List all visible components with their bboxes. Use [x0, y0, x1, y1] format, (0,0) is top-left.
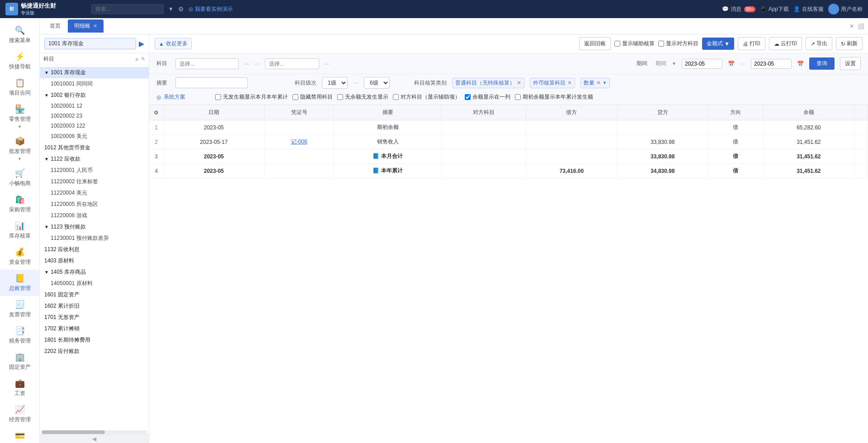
type-tag-1[interactable]: 普通科目（无特殊核算） ✕	[452, 78, 524, 88]
export-button[interactable]: ↗ 导出	[806, 37, 832, 50]
left-scrollbar[interactable]	[42, 430, 147, 434]
tree-item-10020006[interactable]: 10020006 美元	[40, 131, 149, 142]
type-tag-2-close[interactable]: ✕	[567, 80, 572, 86]
tab-home[interactable]: 首页	[43, 19, 67, 33]
cb-opposite-input[interactable]	[393, 94, 399, 100]
subject-more-icon[interactable]: ···	[244, 61, 249, 67]
cb-ytd[interactable]: 期初余额显示本年累计发生额	[515, 93, 593, 101]
type-tag-1-close[interactable]: ✕	[517, 80, 521, 86]
settings-icon[interactable]: ⚙	[178, 5, 184, 13]
summary-input[interactable]	[175, 77, 248, 88]
cb-hide-disabled-input[interactable]	[292, 94, 298, 100]
sidebar-item-invoice[interactable]: 🧾 发票管理	[0, 296, 39, 322]
app-download-button[interactable]: 📱 App下载	[760, 5, 789, 13]
tab-detail[interactable]: 明细账 ✕	[68, 19, 104, 33]
tree-item-1403[interactable]: 1403 原材料	[40, 255, 149, 267]
tree-item-11220004[interactable]: 11220004 美元	[40, 187, 149, 199]
tree-item-1132[interactable]: 1132 应收利息	[40, 244, 149, 255]
cb-no-balance-input[interactable]	[337, 94, 343, 100]
period-type-arrow[interactable]: ▼	[672, 61, 676, 66]
sidebar-item-contract[interactable]: 📋 项目合同	[0, 74, 39, 100]
subject-input[interactable]	[175, 58, 239, 69]
tree-item-10020002[interactable]: 10020002 23	[40, 111, 149, 121]
sidebar-item-search[interactable]: 🔍 搜索菜单	[0, 22, 39, 48]
tree-item-10010001[interactable]: 10010001 同同同	[40, 78, 149, 90]
sidebar-item-expense[interactable]: 💳 小畅报销	[0, 427, 39, 443]
type-tag-3[interactable]: 数量 ✕ ▼	[580, 78, 610, 88]
type-tag-3-arrow[interactable]: ▼	[603, 81, 607, 85]
cb-no-activity[interactable]: 无发生额显示本月本年累计	[215, 93, 288, 101]
sidebar-item-mgmt[interactable]: 📈 经营管理	[0, 401, 39, 427]
tree-item-2202[interactable]: 2202 应付账款	[40, 346, 149, 357]
user-menu[interactable]: 用户名称	[828, 4, 863, 14]
show-opposite-input[interactable]	[658, 41, 664, 47]
scheme-icon[interactable]: ◎	[156, 94, 161, 100]
print-button[interactable]: 🖨 打印	[738, 37, 765, 50]
level-from-select[interactable]: 1级2级3级	[322, 77, 348, 89]
left-panel-collapse[interactable]: ◀	[40, 434, 149, 443]
sidebar-item-purchase[interactable]: 🛍️ 采购管理	[0, 191, 39, 217]
tab-close-icon[interactable]: ✕	[93, 23, 97, 29]
cloud-print-button[interactable]: ☁ 云打印	[769, 37, 802, 50]
currency-dropdown-button[interactable]: 金额式 ▼	[702, 38, 734, 50]
level-to-select[interactable]: 6级5级4级	[364, 77, 390, 89]
tree-item-1122[interactable]: ▼ 1122 应收款	[40, 153, 149, 165]
tree-item-11220001[interactable]: 11220001 人民币	[40, 165, 149, 176]
global-search-input[interactable]	[91, 4, 164, 14]
tree-item-11220002[interactable]: 11220002 往来标签	[40, 176, 149, 187]
subject-more-icon-2[interactable]: ···	[325, 61, 329, 67]
tree-item-1012[interactable]: 1012 其他货币资金	[40, 142, 149, 153]
tree-item-11220005[interactable]: 11220005 所在地区	[40, 199, 149, 210]
col-settings[interactable]: ⚙	[149, 105, 164, 120]
search-dropdown-icon[interactable]: ▼	[168, 6, 174, 12]
sidebar-item-nav[interactable]: ⚡ 快捷导航	[0, 48, 39, 74]
type-tag-2[interactable]: 外币核算科目 ✕	[530, 78, 575, 88]
sidebar-item-retail[interactable]: 🏪 零售管理 ▼	[0, 100, 39, 133]
scheme-label[interactable]: 系统方案	[164, 93, 185, 101]
tree-item-1123[interactable]: ▼ 1123 预付账款	[40, 221, 149, 233]
tree-item-1405[interactable]: ▼ 1405 库存商品	[40, 267, 149, 278]
tree-item-1601[interactable]: 1601 固定资产	[40, 289, 149, 300]
cb-balance-col[interactable]: 余额显示在一列	[465, 93, 510, 101]
show-aux-checkbox[interactable]: 显示辅助核算	[614, 40, 655, 48]
row-voucher-2[interactable]: 记-006	[264, 135, 334, 149]
period-cal-icon[interactable]: 📅	[728, 61, 735, 67]
list-icon[interactable]: ≡	[136, 57, 138, 62]
edit-icon[interactable]: ✎	[141, 56, 145, 62]
show-opposite-checkbox[interactable]: 显示对方科目	[658, 40, 698, 48]
sidebar-item-salary[interactable]: 💼 工资	[0, 375, 39, 401]
tree-item-1701[interactable]: 1701 无形资产	[40, 312, 149, 323]
setting-button[interactable]: 设置	[840, 57, 861, 70]
subject-input-2[interactable]	[265, 58, 319, 69]
tree-item-1602[interactable]: 1602 累计折旧	[40, 300, 149, 312]
sidebar-item-wholesale[interactable]: 📦 批发管理 ▼	[0, 133, 39, 165]
tree-item-1801[interactable]: 1801 长期待摊费用	[40, 334, 149, 346]
sidebar-item-ledger[interactable]: 📒 总账管理	[0, 270, 39, 296]
online-service-button[interactable]: 👤 在线客服	[793, 5, 824, 13]
cb-no-activity-input[interactable]	[215, 94, 221, 100]
tree-item-1702[interactable]: 1702 累计摊销	[40, 323, 149, 334]
return-old-button[interactable]: 返回旧账	[579, 37, 611, 50]
account-nav-right-icon[interactable]: ▶	[139, 39, 144, 48]
query-button[interactable]: 查询	[809, 57, 835, 70]
cb-hide-disabled[interactable]: 隐藏禁用科目	[292, 93, 333, 101]
tree-item-14050001[interactable]: 14050001 原材料	[40, 278, 149, 289]
tab-maximize-icon[interactable]: ⬜	[858, 23, 864, 29]
tree-item-1002[interactable]: ▼ 1002 银行存款	[40, 90, 149, 101]
demo-link[interactable]: ◎ 我要看实例演示	[189, 5, 233, 13]
period-from-input[interactable]	[682, 59, 722, 69]
period-cal-icon-2[interactable]: 📅	[797, 61, 804, 67]
tab-close-window-icon[interactable]: ✕	[849, 23, 854, 29]
tree-item-10020001[interactable]: 10020001 12	[40, 101, 149, 111]
cb-ytd-input[interactable]	[515, 94, 521, 100]
cb-no-balance[interactable]: 无余额无发生显示	[337, 93, 388, 101]
period-to-input[interactable]	[751, 59, 792, 69]
sidebar-item-assets[interactable]: 🏢 固定资产	[0, 348, 39, 375]
filter-expand-button[interactable]: ▲ 收起更多	[155, 38, 192, 49]
cb-balance-col-input[interactable]	[465, 94, 471, 100]
tree-item-11220006[interactable]: 11220006 游戏	[40, 210, 149, 221]
sidebar-item-finance[interactable]: 💰 资金管理	[0, 243, 39, 270]
type-tag-3-close[interactable]: ✕	[596, 80, 601, 86]
message-button[interactable]: 💬 消息 99+	[722, 5, 755, 13]
voucher-link-2[interactable]: 记-006	[291, 138, 307, 145]
